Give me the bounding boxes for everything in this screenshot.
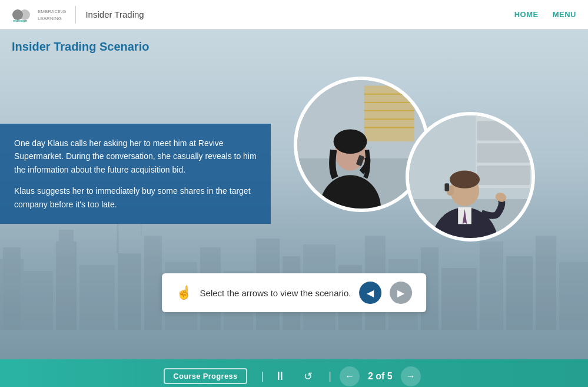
svg-rect-45 bbox=[477, 166, 530, 185]
svg-rect-7 bbox=[59, 230, 74, 330]
svg-point-51 bbox=[450, 171, 480, 188]
page-info: 2 of 5 bbox=[368, 371, 393, 382]
svg-text:eidesign: eidesign bbox=[13, 19, 28, 22]
svg-rect-44 bbox=[477, 143, 530, 163]
svg-rect-9 bbox=[118, 253, 141, 330]
scenario-nav-box: ☝ Select the arrows to view the scenario… bbox=[162, 273, 427, 312]
svg-rect-10 bbox=[144, 236, 162, 330]
next-page-button[interactable]: → bbox=[401, 366, 421, 386]
content-text-box: One day Klaus calls her asking her to me… bbox=[0, 124, 271, 224]
svg-rect-4 bbox=[3, 247, 21, 330]
logo-tagline: EMBRACING LEARNING bbox=[38, 8, 66, 21]
eidesign-logo-icon: eidesign bbox=[12, 6, 33, 23]
header: eidesign EMBRACING LEARNING Insider Trad… bbox=[0, 0, 588, 29]
pause-button[interactable]: ⏸ bbox=[274, 369, 286, 383]
nav-divider-2: | bbox=[328, 370, 331, 382]
header-divider bbox=[75, 6, 76, 24]
main-content: Insider Trading Scenario One day Klaus c… bbox=[0, 29, 588, 359]
page-title: Insider Trading Scenario bbox=[12, 40, 149, 54]
cursor-icon: ☝ bbox=[176, 285, 192, 300]
menu-link[interactable]: MENU bbox=[553, 10, 576, 19]
header-title: Insider Trading bbox=[85, 9, 144, 19]
svg-rect-8 bbox=[79, 265, 115, 330]
svg-point-39 bbox=[334, 129, 367, 154]
home-link[interactable]: HOME bbox=[514, 10, 539, 19]
svg-rect-5 bbox=[24, 271, 53, 330]
scenario-next-button[interactable]: ▶ bbox=[390, 282, 412, 304]
nav-divider-1: | bbox=[261, 370, 264, 382]
course-progress-label: Course Progress bbox=[164, 368, 247, 384]
logo: eidesign EMBRACING LEARNING bbox=[12, 6, 66, 23]
content-paragraph-1: One day Klaus calls her asking her to me… bbox=[14, 137, 257, 176]
svg-rect-43 bbox=[477, 121, 530, 140]
man-character-image bbox=[406, 112, 535, 242]
content-paragraph-2: Klaus suggests her to immediately buy so… bbox=[14, 184, 257, 211]
characters-area bbox=[258, 65, 588, 289]
scenario-nav-instruction: Select the arrows to view the scenario. bbox=[200, 288, 351, 298]
header-nav: HOME MENU bbox=[514, 10, 576, 19]
man-svg bbox=[409, 115, 531, 238]
prev-page-button[interactable]: ← bbox=[340, 366, 360, 386]
reload-button[interactable]: ↺ bbox=[298, 366, 318, 386]
svg-rect-53 bbox=[445, 183, 450, 191]
footer-nav: Course Progress | ⏸ ↺ | ← 2 of 5 → bbox=[0, 359, 588, 387]
scenario-prev-button[interactable]: ◀ bbox=[359, 282, 381, 304]
